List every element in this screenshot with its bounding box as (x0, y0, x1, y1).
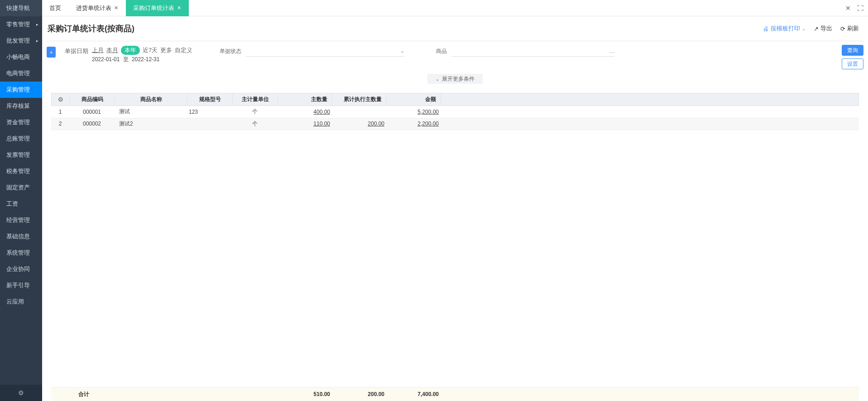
column-settings-icon[interactable]: ⚙ (58, 96, 63, 103)
tab-0[interactable]: 首页 (42, 0, 69, 16)
date-range: 2022-01-01 至 2022-12-31 (92, 56, 192, 63)
sidebar-item-18[interactable]: 云应用 (0, 294, 42, 310)
date-this-year[interactable]: 本年 (121, 46, 140, 55)
cell-exec[interactable]: 200.00 (332, 118, 386, 130)
close-all-icon[interactable]: ✕ (845, 5, 851, 12)
sidebar-footer[interactable]: ⚙ (0, 385, 42, 401)
settings-button[interactable]: 设置 (842, 58, 863, 69)
cell-qty[interactable]: 400.00 (278, 106, 332, 118)
sidebar-item-label: 电商管理 (6, 69, 30, 77)
tab-2[interactable]: 采购订单统计表✕ (126, 0, 189, 16)
sidebar-item-label: 采购管理 (6, 86, 30, 94)
export-label: 导出 (820, 24, 832, 33)
tab-1[interactable]: 进货单统计表✕ (69, 0, 126, 16)
refresh-icon: ⟳ (840, 25, 845, 32)
close-icon[interactable]: ✕ (114, 5, 118, 11)
col-exec[interactable]: 累计执行主数量 (332, 93, 387, 106)
sidebar-item-16[interactable]: 企业协同 (0, 261, 42, 277)
cell-unit: 个 (232, 106, 278, 118)
print-icon: 🖨 (763, 25, 769, 32)
query-button[interactable]: 查询 (842, 45, 863, 56)
caret-right-icon: ▸ (36, 22, 38, 27)
sidebar-item-2[interactable]: 批发管理▸ (0, 33, 42, 49)
cell-unit: 个 (232, 118, 278, 130)
data-table-header: ⚙ 商品编码 商品名称 规格型号 主计量单位 主数量 累计执行主数量 金额 (51, 93, 859, 106)
refresh-label: 刷新 (847, 24, 859, 33)
date-this-month[interactable]: 本月 (106, 46, 118, 54)
cell-amt[interactable]: 2,200.00 (386, 118, 441, 130)
sidebar-item-6[interactable]: 库存核算 (0, 98, 42, 114)
sidebar-item-12[interactable]: 工资 (0, 196, 42, 212)
export-button[interactable]: ↗ 导出 (814, 24, 832, 33)
sidebar: 快捷导航零售管理▸批发管理▸小畅电商电商管理采购管理库存核算资金管理总账管理发票… (0, 0, 42, 401)
cell-idx: 2 (51, 118, 69, 130)
cell-idx: 1 (51, 106, 69, 118)
sidebar-item-11[interactable]: 固定资产 (0, 179, 42, 196)
sidebar-item-label: 系统管理 (6, 249, 30, 257)
sidebar-item-7[interactable]: 资金管理 (0, 114, 42, 130)
date-custom[interactable]: 自定义 (175, 46, 192, 54)
col-qty[interactable]: 主数量 (278, 93, 332, 106)
col-unit[interactable]: 主计量单位 (233, 93, 278, 106)
sidebar-item-label: 零售管理 (6, 20, 30, 29)
chevron-down-icon: ⌄ (400, 48, 404, 54)
cell-code: 000001 (69, 106, 115, 118)
cell-amt[interactable]: 5,200.00 (386, 106, 441, 118)
sidebar-item-label: 工资 (6, 200, 18, 208)
table-row[interactable]: 2000002测试2个110.00200.002,200.00 (51, 118, 859, 130)
sidebar-item-3[interactable]: 小畅电商 (0, 49, 42, 65)
page-title: 采购订单统计表(按商品) (48, 23, 134, 34)
tab-label: 进货单统计表 (76, 4, 111, 12)
sidebar-item-label: 企业协同 (6, 265, 30, 273)
sidebar-item-label: 发票管理 (6, 151, 30, 159)
date-7d[interactable]: 近7天 (143, 46, 158, 54)
sidebar-item-label: 总账管理 (6, 135, 30, 143)
print-label: 按模板打印 (771, 24, 800, 33)
close-icon[interactable]: ✕ (177, 5, 181, 11)
sidebar-item-8[interactable]: 总账管理 (0, 130, 42, 147)
collapse-filter-button[interactable]: » (47, 47, 56, 58)
export-icon: ↗ (814, 25, 819, 32)
page-head: 采购订单统计表(按商品) 🖨 按模板打印 ⌄ ↗ 导出 ⟳ 刷新 (42, 16, 868, 41)
total-amt: 7,400.00 (386, 387, 441, 401)
tab-label: 采购订单统计表 (133, 4, 174, 12)
sidebar-item-13[interactable]: 经营管理 (0, 212, 42, 228)
cell-name: 测试 (115, 106, 187, 118)
total-qty: 510.00 (278, 387, 332, 401)
cell-qty[interactable]: 110.00 (278, 118, 332, 130)
col-amt[interactable]: 金额 (387, 93, 441, 106)
tabs-bar: 首页进货单统计表✕采购订单统计表✕ ✕ ⛶ (42, 0, 868, 16)
sidebar-item-label: 固定资产 (6, 184, 30, 192)
sidebar-item-1[interactable]: 零售管理▸ (0, 16, 42, 33)
print-template-button[interactable]: 🖨 按模板打印 ⌄ (763, 24, 806, 33)
sidebar-item-15[interactable]: 系统管理 (0, 245, 42, 261)
sidebar-item-0[interactable]: 快捷导航 (0, 0, 42, 16)
date-last-month[interactable]: 上月 (92, 46, 104, 54)
fullscreen-icon[interactable]: ⛶ (857, 5, 863, 12)
caret-right-icon: ▸ (36, 39, 38, 43)
col-code[interactable]: 商品编码 (70, 93, 115, 106)
sidebar-item-5[interactable]: 采购管理 (0, 82, 42, 98)
col-spec[interactable]: 规格型号 (187, 93, 233, 106)
sidebar-item-10[interactable]: 税务管理 (0, 163, 42, 179)
sidebar-item-label: 基础信息 (6, 232, 30, 241)
table-row[interactable]: 1000001测试123个400.005,200.00 (51, 106, 859, 118)
status-label: 单据状态 (220, 48, 241, 55)
chevron-down-icon: ⌄ (436, 77, 439, 82)
col-name[interactable]: 商品名称 (115, 93, 187, 106)
sidebar-item-label: 小畅电商 (6, 53, 30, 61)
sidebar-item-14[interactable]: 基础信息 (0, 228, 42, 245)
date-more[interactable]: 更多 (160, 46, 172, 54)
data-table-total: 合计 510.00 200.00 7,400.00 (51, 387, 859, 401)
sidebar-item-17[interactable]: 新手引导 (0, 277, 42, 294)
sidebar-item-9[interactable]: 发票管理 (0, 147, 42, 163)
more-icon: … (609, 48, 614, 54)
cell-name: 测试2 (115, 118, 187, 130)
expand-conditions[interactable]: ⌄ 展开更多条件 (427, 74, 483, 84)
refresh-button[interactable]: ⟳ 刷新 (840, 24, 859, 33)
sidebar-item-4[interactable]: 电商管理 (0, 65, 42, 82)
filter-area: » 单据日期 上月 本月 本年 近7天 更多 自定义 2022- (42, 41, 868, 88)
goods-input[interactable]: … (451, 46, 614, 57)
status-select[interactable]: ⌄ (246, 46, 404, 57)
cell-exec[interactable] (332, 106, 386, 118)
